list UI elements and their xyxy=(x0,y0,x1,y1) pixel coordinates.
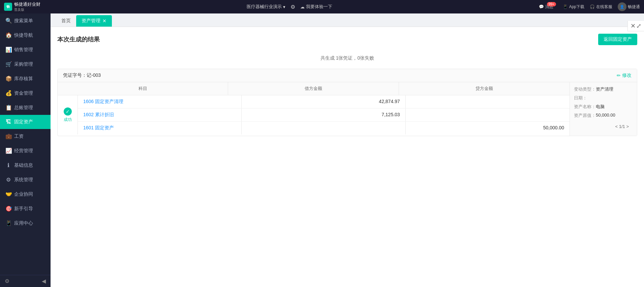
message-icon: 💬 xyxy=(539,4,544,9)
change-type-label: 变动类型： xyxy=(574,86,596,92)
sidebar-item-label: 新手引导 xyxy=(14,206,33,212)
voucher-body: 科目 借方金额 贷方金额 ✓ 成功 xyxy=(58,82,637,136)
right-panel-date: 日期： xyxy=(574,95,633,101)
sidebar-item-label: 资金管理 xyxy=(14,90,33,96)
gear-icon: ⚙ xyxy=(290,4,295,10)
sidebar-item-label: 总账管理 xyxy=(14,105,33,111)
cell-credit-3: 50,000.00 xyxy=(406,122,570,134)
app-download-label: App下载 xyxy=(569,4,584,10)
sidebar: 🔍 搜索菜单 🏠 快捷导航 📊 销售管理 🛒 采购管理 📦 库存核算 💰 资金管… xyxy=(0,13,51,287)
sidebar-item-label: 采购管理 xyxy=(14,61,33,67)
sidebar-item-system[interactable]: ⚙ 系统管理 xyxy=(0,172,51,187)
experience-button[interactable]: ☁ 我要体验一下 xyxy=(300,4,332,10)
edit-label: 修改 xyxy=(622,72,632,78)
col-header-debit: 借方金额 xyxy=(228,82,399,95)
header: 畅 畅捷通好业财 普及版 医疗器械行业演示 ▾ ⚙ ☁ 我要体验一下 💬 消息 … xyxy=(0,0,644,13)
sidebar-item-purchase[interactable]: 🛒 采购管理 xyxy=(0,57,51,71)
online-service-button[interactable]: 🎧 在线客服 xyxy=(590,4,612,10)
status-column: ✓ 成功 xyxy=(58,95,78,134)
sidebar-item-label: 销售管理 xyxy=(14,47,33,53)
asset-name-value: 电脑 xyxy=(596,104,605,110)
panel-controls: ✕ ⤢ xyxy=(627,21,644,31)
table-row-wrapper: ✓ 成功 1606 固定资产清理 42,874.97 xyxy=(58,95,570,134)
dropdown-icon: ▾ xyxy=(283,4,285,9)
sidebar-item-label: 快捷导航 xyxy=(14,32,33,38)
online-service-label: 在线客服 xyxy=(596,4,612,10)
close-panel-button[interactable]: ✕ xyxy=(631,22,636,30)
sidebar-item-enterprise[interactable]: 🤝 企业协同 xyxy=(0,187,51,201)
sidebar-item-operations[interactable]: 📈 经营管理 xyxy=(0,144,51,158)
sidebar-item-label: 系统管理 xyxy=(14,177,33,183)
right-panel-asset-name: 资产名称： 电脑 xyxy=(574,104,633,110)
cell-account-3: 1601 固定资产 xyxy=(78,122,242,134)
pagination[interactable]: < 1/1 > xyxy=(574,121,633,132)
table-rows: 1606 固定资产清理 42,874.97 1602 累计折旧 7,125.03 xyxy=(78,95,570,134)
company-name: 医疗器械行业演示 xyxy=(247,4,282,10)
logo-title: 畅捷通好业财 xyxy=(14,1,40,7)
sidebar-item-payroll[interactable]: 💼 工资 xyxy=(0,129,51,144)
experience-icon: ☁ xyxy=(300,4,305,9)
col-header-credit: 贷方金额 xyxy=(399,82,570,95)
date-label: 日期： xyxy=(574,95,594,101)
sidebar-item-finance[interactable]: 💰 资金管理 xyxy=(0,86,51,100)
app-icon: 📱 xyxy=(5,220,11,226)
sidebar-item-quick-nav[interactable]: 🏠 快捷导航 xyxy=(0,28,51,42)
system-icon: ⚙ xyxy=(5,177,11,183)
sidebar-item-guide[interactable]: 🎯 新手引导 xyxy=(0,201,51,216)
header-right: 💬 消息 99+ 📱 App下载 🎧 在线客服 👤 畅捷通 xyxy=(539,2,640,11)
cart-icon: 🛒 xyxy=(5,61,11,67)
voucher-right-panel: 变动类型： 资产清理 日期： 资产名称： 电脑 资产原值： xyxy=(570,82,637,136)
settings-button[interactable]: ⚙ xyxy=(288,2,298,11)
box-icon: 📦 xyxy=(5,75,11,82)
user-info[interactable]: 👤 畅捷通 xyxy=(618,2,640,11)
sidebar-item-sales[interactable]: 📊 销售管理 xyxy=(0,42,51,57)
sidebar-item-label: 工资 xyxy=(14,133,24,139)
logo-texts: 畅捷通好业财 普及版 xyxy=(14,1,40,12)
content-area: 首页 资产管理 ✕ 本次生成的结果 返回固定资产 共生成 1张凭证，0张失败 xyxy=(51,13,644,287)
sidebar-item-label: 固定资产 xyxy=(14,119,33,125)
sidebar-item-label: 基础信息 xyxy=(14,162,33,168)
edit-button[interactable]: ✏ 修改 xyxy=(617,72,632,78)
tab-asset-management[interactable]: 资产管理 ✕ xyxy=(76,15,112,27)
logo-subtitle: 普及版 xyxy=(14,7,40,12)
summary-text: 共生成 1张凭证，0张失败 xyxy=(320,55,374,61)
sidebar-item-fixed-assets[interactable]: 🏗 固定资产 xyxy=(0,115,51,129)
app-download-button[interactable]: 📱 App下载 xyxy=(563,4,584,10)
company-selector[interactable]: 医疗器械行业演示 ▾ xyxy=(247,4,285,10)
sidebar-item-label: 搜索菜单 xyxy=(14,18,33,24)
sidebar-item-inventory[interactable]: 📦 库存核算 xyxy=(0,71,51,86)
main-layout: 🔍 搜索菜单 🏠 快捷导航 📊 销售管理 🛒 采购管理 📦 库存核算 💰 资金管… xyxy=(0,13,644,287)
voucher-main: 科目 借方金额 贷方金额 ✓ 成功 xyxy=(58,82,570,136)
sidebar-item-search[interactable]: 🔍 搜索菜单 xyxy=(0,13,51,28)
cell-debit-3 xyxy=(242,122,405,134)
asset-value-value: 50,000.00 xyxy=(596,113,615,118)
handshake-icon: 🤝 xyxy=(5,191,11,197)
return-button[interactable]: 返回固定资产 xyxy=(598,34,637,45)
tab-home[interactable]: 首页 xyxy=(56,15,76,27)
cell-account-1: 1606 固定资产清理 xyxy=(78,95,242,108)
voucher-number: 凭证字号：记-003 xyxy=(63,72,101,78)
expand-panel-button[interactable]: ⤢ xyxy=(636,22,641,30)
footer-settings-icon[interactable]: ⚙ xyxy=(5,278,9,284)
tab-close-icon[interactable]: ✕ xyxy=(102,18,106,24)
header-left: 畅 畅捷通好业财 普及版 xyxy=(4,1,40,12)
header-center: 医疗器械行业演示 ▾ ⚙ ☁ 我要体验一下 xyxy=(247,2,332,11)
sidebar-item-label: 应用中心 xyxy=(14,220,33,226)
sidebar-item-ledger[interactable]: 📋 总账管理 xyxy=(0,100,51,115)
cell-credit-1 xyxy=(406,95,570,108)
cell-credit-2 xyxy=(406,108,570,121)
summary-bar: 共生成 1张凭证，0张失败 xyxy=(57,52,637,65)
messages-button[interactable]: 💬 消息 99+ xyxy=(539,4,553,10)
info-icon: ℹ xyxy=(5,162,11,168)
avatar: 👤 xyxy=(618,2,626,11)
sidebar-item-label: 库存核算 xyxy=(14,76,33,82)
tab-home-label: 首页 xyxy=(61,18,71,23)
sidebar-item-app-center[interactable]: 📱 应用中心 xyxy=(0,216,51,230)
asset-value-label: 资产原值： xyxy=(574,113,596,119)
table-row: 1601 固定资产 50,000.00 xyxy=(78,122,570,134)
footer-collapse-icon[interactable]: ◀ xyxy=(42,278,46,284)
success-text: 成功 xyxy=(64,117,72,123)
search-icon: 🔍 xyxy=(5,18,11,24)
right-panel-change-type: 变动类型： 资产清理 xyxy=(574,86,633,92)
sidebar-item-basic-info[interactable]: ℹ 基础信息 xyxy=(0,158,51,172)
